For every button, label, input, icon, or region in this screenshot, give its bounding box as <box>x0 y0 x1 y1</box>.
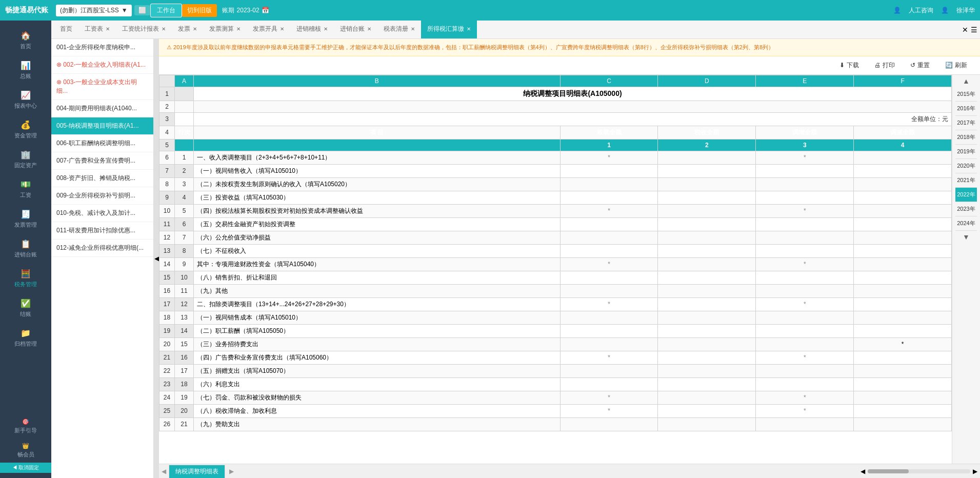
data-c-6[interactable] <box>560 231 658 244</box>
scroll-right-icon[interactable]: ▶ <box>973 468 977 475</box>
sidebar-item-0[interactable]: 🏠首页 <box>12 26 39 55</box>
year-btn-2024年[interactable]: 2024年 <box>955 216 976 231</box>
sidebar-item-1[interactable]: 📊总账 <box>12 55 39 85</box>
data-e-4[interactable]: * <box>756 204 854 217</box>
data-c-4[interactable]: * <box>560 204 658 217</box>
data-c-19[interactable]: * <box>560 404 658 417</box>
data-f-4[interactable] <box>854 204 952 217</box>
data-f-3[interactable] <box>854 191 952 204</box>
data-d-3[interactable] <box>658 191 756 204</box>
reset-button[interactable]: ↺ 重置 <box>905 59 935 72</box>
data-f-7[interactable] <box>854 244 952 257</box>
data-c-20[interactable] <box>560 417 658 431</box>
year-btn-2020年[interactable]: 2020年 <box>955 159 976 173</box>
tab-3[interactable]: 发票✕ <box>172 21 203 38</box>
data-f-14[interactable]: * <box>854 337 952 351</box>
data-e-0[interactable]: * <box>756 151 854 164</box>
tab-close-3[interactable]: ✕ <box>193 26 197 32</box>
data-c-0[interactable]: * <box>560 151 658 164</box>
data-c-2[interactable] <box>560 177 658 191</box>
user-label[interactable]: 徐泽华 <box>956 6 975 15</box>
left-panel-item-4[interactable]: 005-纳税调整项目明细表(A1... <box>51 117 153 135</box>
data-d-16[interactable] <box>658 364 756 377</box>
data-e-20[interactable] <box>756 417 854 431</box>
tab-close-4[interactable]: ✕ <box>236 26 241 32</box>
data-e-7[interactable] <box>756 244 854 257</box>
tab-close-6[interactable]: ✕ <box>324 26 328 32</box>
sidebar-item-7[interactable]: 📋进销台账 <box>12 234 39 264</box>
item-cell-17[interactable]: （六）利息支出 <box>194 377 561 391</box>
data-d-19[interactable] <box>658 404 756 417</box>
menu-icon[interactable]: ☰ <box>971 26 977 34</box>
item-cell-7[interactable]: （七）不征税收入 <box>194 244 561 257</box>
left-panel-item-2[interactable]: ⊗ 003-一般企业业成本支出明细... <box>51 74 153 100</box>
data-f-1[interactable] <box>854 164 952 177</box>
year-up-icon[interactable]: ▲ <box>961 75 972 87</box>
calendar-icon[interactable]: 📅 <box>262 7 269 14</box>
data-f-0[interactable] <box>854 151 952 164</box>
bottom-tab-adjust[interactable]: 纳税调整明细表 <box>169 465 225 478</box>
sidebar-item-3[interactable]: 💰资金管理 <box>12 115 39 145</box>
sidebar-item-4[interactable]: 🏢固定资产 <box>12 145 39 174</box>
left-panel-item-8[interactable]: 009-企业所得税弥补亏损明... <box>51 187 153 205</box>
tab-9[interactable]: 所得税汇算缴✕ <box>421 21 477 38</box>
tab-0[interactable]: 首页 <box>54 21 78 38</box>
tab-close-5[interactable]: ✕ <box>280 26 284 32</box>
left-panel-item-7[interactable]: 008-资产折旧、摊销及纳税... <box>51 170 153 187</box>
data-c-3[interactable] <box>560 191 658 204</box>
data-d-4[interactable] <box>658 204 756 217</box>
item-cell-2[interactable]: （二）未按权责发生制原则确认的收入（填写A105020） <box>194 177 561 191</box>
tab-close-1[interactable]: ✕ <box>106 26 110 32</box>
left-panel-item-3[interactable]: 004-期间费用明细表(A1040... <box>51 100 153 117</box>
tab-4[interactable]: 发票测算✕ <box>203 21 247 38</box>
item-cell-6[interactable]: （六）公允价值变动净损益 <box>194 231 561 244</box>
left-panel-item-9[interactable]: 010-免税、减计收入及加计... <box>51 205 153 222</box>
data-d-11[interactable] <box>658 297 756 311</box>
data-d-15[interactable] <box>658 351 756 364</box>
data-f-5[interactable] <box>854 217 952 231</box>
item-cell-1[interactable]: （一）视同销售收入（填写A105010） <box>194 164 561 177</box>
tab-close-9[interactable]: ✕ <box>467 26 471 32</box>
data-d-7[interactable] <box>658 244 756 257</box>
tab-5[interactable]: 发票开具✕ <box>247 21 290 38</box>
sidebar-item-10[interactable]: 📁归档管理 <box>12 323 39 353</box>
data-c-5[interactable] <box>560 217 658 231</box>
data-f-9[interactable] <box>854 271 952 284</box>
item-cell-0[interactable]: 一、收入类调整项目（2+3+4+5+6+7+8+10+11） <box>194 151 561 164</box>
data-e-18[interactable]: * <box>756 391 854 404</box>
data-c-18[interactable]: * <box>560 391 658 404</box>
left-panel-item-0[interactable]: 001-企业所得税年度纳税申... <box>51 39 153 56</box>
year-btn-2023年[interactable]: 2023年 <box>955 202 976 216</box>
item-cell-16[interactable]: （五）捐赠支出（填写A105070） <box>194 364 561 377</box>
data-e-17[interactable] <box>756 377 854 391</box>
data-d-0[interactable] <box>658 151 756 164</box>
tab-close-7[interactable]: ✕ <box>367 26 371 32</box>
scroll-left-icon[interactable]: ◀ <box>861 468 865 475</box>
data-e-13[interactable] <box>756 324 854 337</box>
tab-6[interactable]: 进销稽核✕ <box>290 21 334 38</box>
data-e-11[interactable]: * <box>756 297 854 311</box>
year-btn-2019年[interactable]: 2019年 <box>955 145 976 159</box>
item-cell-13[interactable]: （二）职工薪酬（填写A105050） <box>194 324 561 337</box>
data-f-10[interactable] <box>854 284 952 297</box>
data-f-6[interactable] <box>854 231 952 244</box>
left-panel-item-1[interactable]: ⊗ 002-一般企业收入明细表(A1... <box>51 56 153 74</box>
horizontal-scrollbar[interactable] <box>868 469 970 473</box>
item-cell-9[interactable]: （八）销售折扣、折让和退回 <box>194 271 561 284</box>
year-down-icon[interactable]: ▼ <box>961 231 972 243</box>
data-d-14[interactable] <box>658 337 756 351</box>
left-panel-item-6[interactable]: 007-广告费和业务宣传费明... <box>51 152 153 170</box>
data-f-12[interactable] <box>854 311 952 324</box>
item-cell-4[interactable]: （四）按税法核算长期股权投资对初始投资成本调整确认收益 <box>194 204 561 217</box>
data-f-18[interactable] <box>854 391 952 404</box>
item-cell-19[interactable]: （八）税收滞纳金、加收利息 <box>194 404 561 417</box>
item-cell-10[interactable]: （九）其他 <box>194 284 561 297</box>
data-c-10[interactable] <box>560 284 658 297</box>
data-e-12[interactable] <box>756 311 854 324</box>
tab-8[interactable]: 税表清册✕ <box>377 21 421 38</box>
data-e-16[interactable] <box>756 364 854 377</box>
year-btn-2022年[interactable]: 2022年 <box>955 188 976 202</box>
data-e-14[interactable] <box>756 337 854 351</box>
item-cell-8[interactable]: 其中：专项用途财政性资金（填写A105040） <box>194 257 561 271</box>
data-e-9[interactable] <box>756 271 854 284</box>
